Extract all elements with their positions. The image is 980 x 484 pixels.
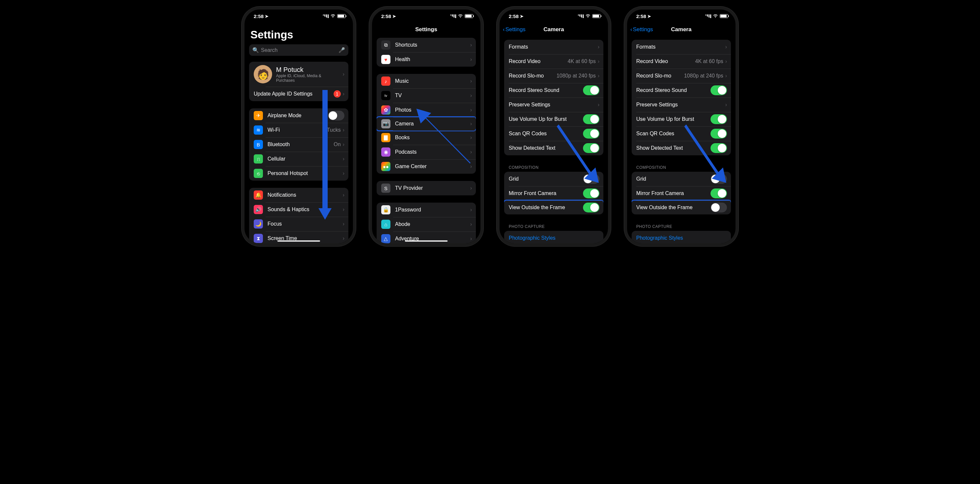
row-tv[interactable]: tvTV› [377, 88, 476, 103]
row-wi-fi[interactable]: ≋Wi-FiTucks› [249, 123, 348, 137]
row-label: Abode [395, 221, 468, 227]
row-label: Game Center [395, 163, 468, 170]
photographic-styles-row[interactable]: Photographic Styles [632, 231, 731, 243]
profile-sub: Apple ID, iCloud, Media & Purchases [276, 73, 341, 83]
back-button[interactable]: ‹Settings [503, 26, 525, 33]
notch [402, 10, 451, 19]
profile-row[interactable]: 🧑 M Potuck Apple ID, iCloud, Media & Pur… [249, 62, 348, 87]
row-record-stereo-sound[interactable]: Record Stereo Sound [632, 83, 731, 97]
row-camera[interactable]: 📷Camera› [377, 116, 476, 131]
chevron-icon: › [470, 185, 472, 191]
toggle[interactable] [583, 189, 600, 198]
row-health[interactable]: ♥Health› [377, 52, 476, 67]
chevron-icon: › [470, 107, 472, 113]
chevron-left-icon: ‹ [503, 26, 505, 33]
row-grid[interactable]: Grid [632, 172, 731, 186]
row-view-outside-the-frame[interactable]: View Outside the Frame [632, 200, 731, 214]
row-sounds-haptics[interactable]: 🔊Sounds & Haptics› [249, 202, 348, 217]
row-label: Scan QR Codes [636, 131, 711, 136]
row-books[interactable]: ▇Books› [377, 130, 476, 145]
toggle[interactable] [583, 114, 600, 124]
row-label: Record Slo-mo [636, 73, 684, 79]
home-indicator[interactable] [277, 240, 320, 242]
photographic-styles-row[interactable]: Photographic Styles [504, 231, 603, 243]
scroll-area[interactable]: Settings 🔍 Search 🎤 🧑 M Potuck Apple ID,… [245, 23, 353, 243]
toggle[interactable] [711, 189, 727, 198]
toggle[interactable] [583, 174, 600, 184]
row-music[interactable]: ♪Music› [377, 74, 476, 88]
row-label: Sounds & Haptics [267, 206, 341, 213]
row-record-slo-mo[interactable]: Record Slo-mo1080p at 240 fps› [504, 68, 603, 83]
home-indicator[interactable] [405, 240, 448, 242]
row-scan-qr-codes[interactable]: Scan QR Codes [504, 126, 603, 141]
tv-provider-group: STV Provider› [377, 181, 476, 195]
row-label: Grid [509, 176, 583, 182]
row-label: TV Provider [395, 185, 468, 191]
toggle[interactable] [711, 129, 727, 138]
row-bluetooth[interactable]: BBluetoothOn› [249, 137, 348, 152]
row-tv-provider[interactable]: STV Provider› [377, 181, 476, 195]
row-record-stereo-sound[interactable]: Record Stereo Sound [504, 83, 603, 97]
row-label: Wi-Fi [267, 127, 327, 133]
row-photos[interactable]: ✿Photos› [377, 103, 476, 117]
row-podcasts[interactable]: ◉Podcasts› [377, 145, 476, 159]
row-grid[interactable]: Grid [504, 172, 603, 186]
navbar: Settings [372, 23, 480, 36]
row-focus[interactable]: 🌙Focus› [249, 217, 348, 231]
row-personal-hotspot[interactable]: ⎋Personal Hotspot› [249, 166, 348, 181]
nav-title: Camera [671, 26, 692, 33]
row-1password[interactable]: 🔒1Password› [377, 203, 476, 217]
row-value: Tucks [327, 127, 341, 133]
row-label: Use Volume Up for Burst [636, 116, 711, 122]
row-airplane-mode[interactable]: ✈Airplane Mode [249, 108, 348, 123]
row-record-video[interactable]: Record Video4K at 60 fps› [632, 54, 731, 68]
row-record-slo-mo[interactable]: Record Slo-mo1080p at 240 fps› [632, 68, 731, 83]
row-formats[interactable]: Formats› [632, 40, 731, 54]
scroll-area[interactable]: ⧉Shortcuts›♥Health› ♪Music›tvTV›✿Photos›… [372, 36, 480, 243]
toggle[interactable] [711, 174, 727, 184]
toggle[interactable] [711, 143, 727, 153]
row-label: Preserve Settings [636, 102, 723, 108]
toggle[interactable] [583, 203, 600, 213]
row-label: View Outside the Frame [636, 205, 711, 211]
toggle[interactable] [711, 114, 727, 124]
update-apple-id-row[interactable]: Update Apple ID Settings 1 › [249, 87, 348, 101]
scroll-area[interactable]: Formats›Record Video4K at 60 fps›Record … [627, 36, 735, 243]
toggle[interactable] [583, 86, 600, 95]
row-game-center[interactable]: ●●Game Center› [377, 159, 476, 174]
row-abode[interactable]: ⌂Abode› [377, 217, 476, 232]
row-mirror-front-camera[interactable]: Mirror Front Camera [504, 186, 603, 201]
row-record-video[interactable]: Record Video4K at 60 fps› [504, 54, 603, 68]
media-apps-group: ♪Music›tvTV›✿Photos›📷Camera›▇Books›◉Podc… [377, 74, 476, 174]
row-formats[interactable]: Formats› [504, 40, 603, 54]
toggle[interactable] [711, 203, 727, 213]
row-label: Bluetooth [267, 141, 334, 148]
row-shortcuts-icon: ⧉ [381, 40, 390, 49]
row-value: 4K at 60 fps [695, 59, 723, 64]
mic-icon[interactable]: 🎤 [339, 47, 345, 53]
toggle[interactable] [711, 86, 727, 95]
row-notifications[interactable]: 🔔Notifications› [249, 188, 348, 202]
section-header-composition: COMPOSITION [500, 163, 608, 172]
row-preserve-settings[interactable]: Preserve Settings› [504, 97, 603, 112]
search-input[interactable]: 🔍 Search 🎤 [249, 44, 348, 56]
row-show-detected-text[interactable]: Show Detected Text [632, 141, 731, 155]
row-use-volume-up-for-burst[interactable]: Use Volume Up for Burst [504, 112, 603, 126]
row-tv-provider-icon: S [381, 184, 390, 193]
row-cellular[interactable]: ⎍Cellular› [249, 152, 348, 166]
toggle[interactable] [583, 129, 600, 138]
search-placeholder: Search [261, 47, 278, 53]
row-preserve-settings[interactable]: Preserve Settings› [632, 97, 731, 112]
toggle[interactable] [328, 111, 344, 121]
row-view-outside-the-frame[interactable]: View Outside the Frame [504, 200, 603, 214]
row-use-volume-up-for-burst[interactable]: Use Volume Up for Burst [632, 112, 731, 126]
back-button[interactable]: ‹Settings [630, 26, 653, 33]
row-shortcuts[interactable]: ⧉Shortcuts› [377, 38, 476, 52]
status-icons [323, 14, 346, 18]
row-scan-qr-codes[interactable]: Scan QR Codes [632, 126, 731, 141]
toggle[interactable] [583, 143, 600, 153]
system-apps-group: ⧉Shortcuts›♥Health› [377, 38, 476, 67]
row-show-detected-text[interactable]: Show Detected Text [504, 141, 603, 155]
row-mirror-front-camera[interactable]: Mirror Front Camera [632, 186, 731, 201]
scroll-area[interactable]: Formats›Record Video4K at 60 fps›Record … [500, 36, 608, 243]
